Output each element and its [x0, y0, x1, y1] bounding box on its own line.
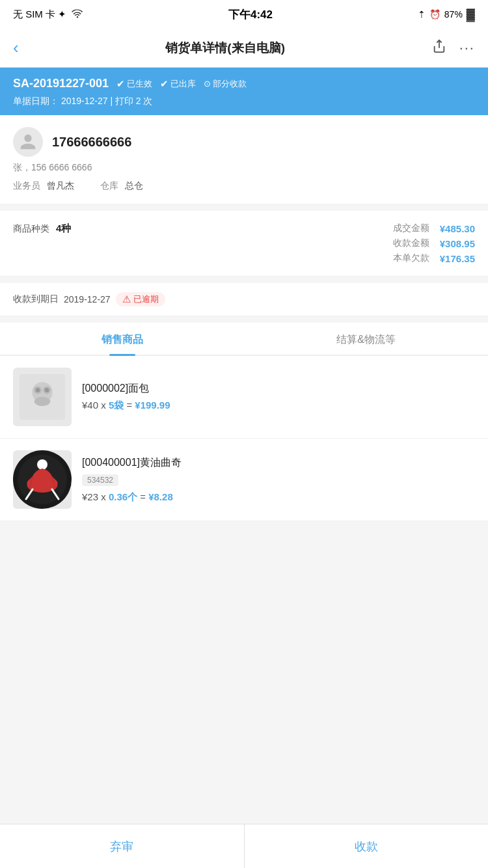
debt-row: 本单欠款 ¥176.35 — [393, 252, 475, 264]
debt-label: 本单欠款 — [393, 252, 429, 264]
alarm-icon: ⏰ — [429, 9, 441, 20]
battery-percent: 87% — [444, 9, 463, 20]
battery-icon: ▓ — [467, 8, 475, 21]
tab-settlement[interactable]: 结算&物流等 — [244, 323, 488, 355]
warehouse-label: 仓库 — [100, 180, 118, 191]
due-date-row: 收款到期日 2019-12-27 ⚠ 已逾期 — [0, 283, 488, 316]
bottom-bar: 弃审 收款 — [0, 824, 488, 868]
check-icon: ✔ — [116, 78, 125, 90]
product-item-2: [000400001]黄油曲奇 534532 ¥23 x 0.36个 = ¥8.… — [0, 439, 488, 521]
product-thumb-cookie — [13, 450, 72, 509]
product-price-cookie: ¥23 x 0.36个 = ¥8.28 — [82, 491, 475, 504]
type-count: 4种 — [56, 223, 71, 234]
product-price-bread: ¥40 x 5袋 = ¥199.99 — [82, 400, 475, 412]
back-button[interactable]: ‹ — [13, 38, 19, 58]
due-date-label: 收款到期日 — [13, 293, 59, 305]
badge-active: ✔ 已生效 — [116, 78, 152, 90]
status-left: 无 SIM 卡 ✦ — [13, 8, 83, 21]
svg-point-10 — [37, 459, 47, 470]
nav-bar: ‹ 销货单详情(来自电脑) ··· — [0, 29, 488, 68]
debt-value: ¥176.35 — [440, 253, 475, 264]
customer-card: 17666666666 张，156 6666 6666 业务员 曾凡杰 仓库 总… — [0, 115, 488, 204]
received-value: ¥308.95 — [440, 238, 475, 249]
svg-point-7 — [34, 397, 51, 406]
customer-sub: 张，156 6666 6666 — [13, 162, 475, 174]
order-header: SA-20191227-001 ✔ 已生效 ✔ 已出库 ⊙ 部分收款 单据日期：… — [0, 68, 488, 115]
sim-status: 无 SIM 卡 ✦ — [13, 8, 66, 21]
warning-icon: ⚠ — [122, 293, 131, 305]
overdue-badge: ⚠ 已逾期 — [116, 292, 165, 306]
product-types: 商品种类 4种 — [13, 223, 71, 264]
nav-icons: ··· — [432, 39, 475, 57]
svg-point-5 — [36, 388, 40, 392]
amount-value: ¥485.30 — [440, 223, 475, 234]
product-qty-cookie: 0.36个 — [109, 491, 137, 502]
due-date-value: 2019-12-27 — [64, 294, 111, 305]
more-icon[interactable]: ··· — [459, 40, 475, 57]
overdue-text: 已逾期 — [133, 293, 159, 305]
status-bar: 无 SIM 卡 ✦ 下午4:42 ⇡ ⏰ 87% ▓ — [0, 0, 488, 29]
amounts: 成交金额 ¥485.30 收款金额 ¥308.95 本单欠款 ¥176.35 — [393, 223, 475, 264]
product-badge-cookie: 534532 — [82, 474, 118, 486]
svg-point-6 — [45, 388, 49, 392]
badge-shipped: ✔ 已出库 — [160, 78, 196, 90]
order-date: 单据日期： 2019-12-27 | 打印 2 次 — [13, 96, 475, 107]
collect-payment-button[interactable]: 收款 — [245, 824, 489, 868]
customer-meta: 业务员 曾凡杰 仓库 总仓 — [13, 180, 475, 192]
product-total-bread: ¥199.99 — [135, 400, 170, 411]
warehouse-value: 总仓 — [125, 180, 143, 191]
stats-card: 商品种类 4种 成交金额 ¥485.30 收款金额 ¥308.95 本单欠款 ¥… — [0, 211, 488, 277]
tabs: 销售商品 结算&物流等 — [0, 323, 488, 356]
received-label: 收款金额 — [393, 237, 429, 249]
check-icon2: ✔ — [160, 78, 169, 90]
received-row: 收款金额 ¥308.95 — [393, 237, 475, 249]
status-right: ⇡ ⏰ 87% ▓ — [418, 8, 475, 21]
customer-name: 17666666666 — [52, 135, 131, 150]
product-info-bread: [0000002]面包 ¥40 x 5袋 = ¥199.99 — [82, 382, 475, 412]
product-name-cookie: [000400001]黄油曲奇 — [82, 456, 475, 470]
time-display: 下午4:42 — [228, 7, 273, 22]
page-title: 销货单详情(来自电脑) — [165, 40, 285, 57]
product-name-bread: [0000002]面包 — [82, 382, 475, 396]
salesman-value: 曾凡杰 — [47, 180, 74, 191]
order-id: SA-20191227-001 — [13, 77, 109, 90]
location-icon: ⇡ — [418, 9, 426, 20]
salesman-label: 业务员 — [13, 180, 40, 191]
product-item: [0000002]面包 ¥40 x 5袋 = ¥199.99 — [0, 356, 488, 439]
clock-icon: ⊙ — [204, 79, 211, 88]
tab-sales-products[interactable]: 销售商品 — [0, 323, 244, 355]
product-total-cookie: ¥8.28 — [148, 491, 173, 502]
abandon-review-button[interactable]: 弃审 — [0, 824, 245, 868]
product-qty-bread: 5袋 — [109, 400, 124, 411]
product-thumb-bread — [13, 368, 72, 426]
amount-label: 成交金额 — [393, 223, 429, 234]
amount-row: 成交金额 ¥485.30 — [393, 223, 475, 234]
product-list: [0000002]面包 ¥40 x 5袋 = ¥199.99 [00040000 — [0, 356, 488, 521]
share-icon[interactable] — [432, 39, 446, 57]
product-info-cookie: [000400001]黄油曲奇 534532 ¥23 x 0.36个 = ¥8.… — [82, 456, 475, 504]
badge-partial: ⊙ 部分收款 — [204, 78, 247, 90]
wifi-icon — [72, 9, 83, 20]
avatar — [13, 127, 43, 157]
